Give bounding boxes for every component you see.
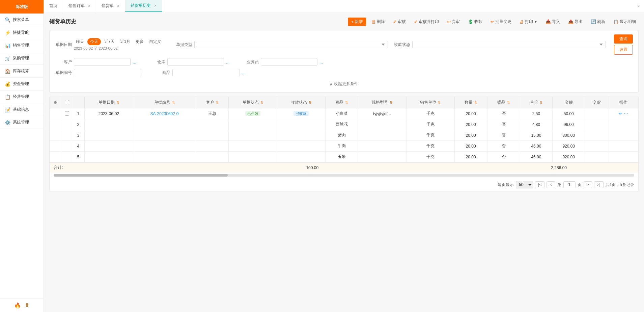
sidebar-item-purchase-mgmt[interactable]: 🛒 采购管理 xyxy=(0,52,44,65)
next-page-button[interactable]: > xyxy=(584,181,592,188)
import-button[interactable]: 📥 导入 xyxy=(543,18,563,26)
doc-num-link-0[interactable]: SA-20230602-0 xyxy=(150,111,178,116)
tab-sales-goods-close[interactable]: × xyxy=(117,4,119,8)
tab-sales-goods[interactable]: 销货单 × xyxy=(96,0,125,12)
th-qty[interactable]: 数量 ⇅ xyxy=(454,97,487,108)
sidebar-item-sales-mgmt[interactable]: 📊 销售管理 xyxy=(0,39,44,52)
cell-amount-2: 300.00 xyxy=(553,130,585,141)
th-price[interactable]: 单价 ⇅ xyxy=(520,97,553,108)
sidebar-item-system-mgmt[interactable]: ⚙️ 系统管理 xyxy=(0,116,44,129)
cell-customer-2 xyxy=(196,130,229,141)
sidebar-item-basic-info[interactable]: 📝 基础信息 xyxy=(0,103,44,116)
th-goods[interactable]: 商品 ⇅ xyxy=(325,97,358,108)
collapse-button[interactable]: ∧ 收起更多条件 xyxy=(55,80,633,88)
sidebar-item-quick-nav[interactable]: ⚡ 快捷导航 xyxy=(0,26,44,39)
sidebar-item-search-menu-label: 搜索菜单 xyxy=(13,17,29,23)
tab-sales-history-close[interactable]: × xyxy=(154,3,157,8)
cell-goods-4: 玉米 xyxy=(325,152,358,162)
show-details-button[interactable]: 📋 显示明细 xyxy=(611,18,639,26)
row-checkbox-0[interactable] xyxy=(65,111,69,115)
filter-agent-input[interactable] xyxy=(261,58,317,66)
main-close-btn[interactable]: × xyxy=(633,3,644,9)
th-doc-status-label: 单据状态 xyxy=(243,100,259,105)
scrollbar-thumb[interactable] xyxy=(54,174,228,177)
filter-pay-status-select[interactable] xyxy=(412,41,606,48)
query-button[interactable]: 查询 xyxy=(614,34,633,44)
sidebar-fire-icon[interactable]: 🔥 xyxy=(14,302,21,309)
table-row: 5 玉米 千克 20.00 否 46.00 920.00 xyxy=(50,152,638,162)
cell-transaction-4 xyxy=(585,152,609,162)
date-shortcut-yesterday[interactable]: 昨天 xyxy=(74,38,86,45)
current-page-input[interactable] xyxy=(563,181,576,188)
refresh-button[interactable]: 🔄 刷新 xyxy=(588,18,608,26)
cell-docstatus-0: 已生效 xyxy=(229,108,277,119)
table-gear-icon[interactable]: ⚙ xyxy=(54,100,57,105)
sidebar-pause-icon[interactable]: ⏸ xyxy=(24,302,30,309)
finance-icon: 💰 xyxy=(5,81,10,87)
audit-print-button[interactable]: ✔ 审核并打印 xyxy=(411,18,442,26)
date-shortcut-today[interactable]: 今天 xyxy=(87,38,101,45)
cell-docnum-0[interactable]: SA-20230602-0 xyxy=(133,108,196,119)
add-button[interactable]: + 新增 xyxy=(348,18,366,26)
first-page-button[interactable]: |< xyxy=(535,181,544,188)
date-shortcut-more[interactable]: 更多 xyxy=(134,38,146,45)
cell-transaction-0 xyxy=(585,108,609,119)
sidebar-item-search-menu[interactable]: 🔍 搜索菜单 xyxy=(0,14,44,26)
audit-button[interactable]: ✔ 审核 xyxy=(390,18,409,26)
export-button[interactable]: 📤 导出 xyxy=(565,18,585,26)
th-doc-status[interactable]: 单据状态 ⇅ xyxy=(229,97,277,108)
cell-docstatus-2 xyxy=(229,130,277,141)
collect-button[interactable]: 💲 收款 xyxy=(465,18,485,26)
cell-qty-0: 20.00 xyxy=(454,108,487,119)
th-unit[interactable]: 销售单位 ⇅ xyxy=(406,97,454,108)
last-page-button[interactable]: >| xyxy=(594,181,604,188)
sort-doc-date-icon: ⇅ xyxy=(116,101,119,104)
th-pay-status[interactable]: 收款状态 ⇅ xyxy=(277,97,325,108)
discard-button[interactable]: ↩ 弃审 xyxy=(444,18,463,26)
filter-goods-item: 商品 ... xyxy=(153,69,246,76)
select-all-checkbox[interactable] xyxy=(65,100,69,104)
tab-sales-order[interactable]: 销售订单 × xyxy=(63,0,96,12)
filter-type-select[interactable] xyxy=(194,41,388,48)
tab-home[interactable]: 首页 xyxy=(44,0,63,12)
cell-spec-0: tyjyjtyjdf... xyxy=(358,108,406,119)
filter-goods-dots[interactable]: ... xyxy=(242,70,246,75)
sidebar-item-inventory[interactable]: 🏠 库存核算 xyxy=(0,65,44,78)
horizontal-scrollbar[interactable] xyxy=(54,174,634,177)
prev-page-button[interactable]: < xyxy=(547,181,555,188)
filter-goods-input[interactable] xyxy=(172,69,240,76)
collapse-label: 收起更多条件 xyxy=(334,81,358,87)
th-doc-num[interactable]: 单据编号 ⇅ xyxy=(133,97,196,108)
th-doc-date[interactable]: 单据日期 ⇅ xyxy=(85,97,133,108)
tab-sales-history[interactable]: 销货单历史 × xyxy=(125,0,162,12)
filter-warehouse-dots[interactable]: ... xyxy=(226,59,230,64)
batch-change-button[interactable]: ✏ 批量变更 xyxy=(488,18,514,26)
filter-customer-input[interactable] xyxy=(74,58,131,66)
filter-docnum-input[interactable] xyxy=(74,69,141,76)
th-gift[interactable]: 赠品 ⇅ xyxy=(487,97,520,108)
date-shortcut-1month[interactable]: 近1月 xyxy=(118,38,133,45)
th-spec[interactable]: 规格型号 ⇅ xyxy=(358,97,406,108)
filter-agent-label: 业务员 xyxy=(242,59,259,65)
filter-warehouse-input[interactable] xyxy=(167,58,224,66)
per-page-select[interactable]: 50 100 xyxy=(516,181,533,188)
filter-agent-dots[interactable]: ... xyxy=(319,59,323,64)
print-button[interactable]: 🖨 打印 ▼ xyxy=(517,18,540,26)
import-label: 导入 xyxy=(552,19,560,25)
date-shortcut-custom[interactable]: 自定义 xyxy=(147,38,163,45)
tab-sales-order-close[interactable]: × xyxy=(88,4,90,8)
delete-button[interactable]: 🗑 删除 xyxy=(369,18,388,26)
filter-customer-dots[interactable]: ... xyxy=(133,59,136,64)
filter-settings-button[interactable]: 设置 xyxy=(614,45,633,55)
more-action-icon-0[interactable]: ⋯ xyxy=(624,111,628,116)
system-mgmt-icon: ⚙️ xyxy=(5,120,10,125)
th-settings[interactable]: ⚙ xyxy=(50,97,62,108)
edit-action-icon-0[interactable]: ✏ xyxy=(619,111,622,116)
table-body: 1 2023-06-02 SA-20230602-0 王总 已生效 已收款 小白… xyxy=(50,108,638,162)
cell-amount-4: 920.00 xyxy=(553,152,585,162)
date-shortcut-7days[interactable]: 近7天 xyxy=(102,38,117,45)
sidebar-item-finance[interactable]: 💰 资金管理 xyxy=(0,78,44,90)
th-customer[interactable]: 客户 ⇅ xyxy=(196,97,229,108)
th-transaction: 交货 xyxy=(585,97,609,108)
sidebar-item-operation[interactable]: 📋 经营管理 xyxy=(0,90,44,103)
